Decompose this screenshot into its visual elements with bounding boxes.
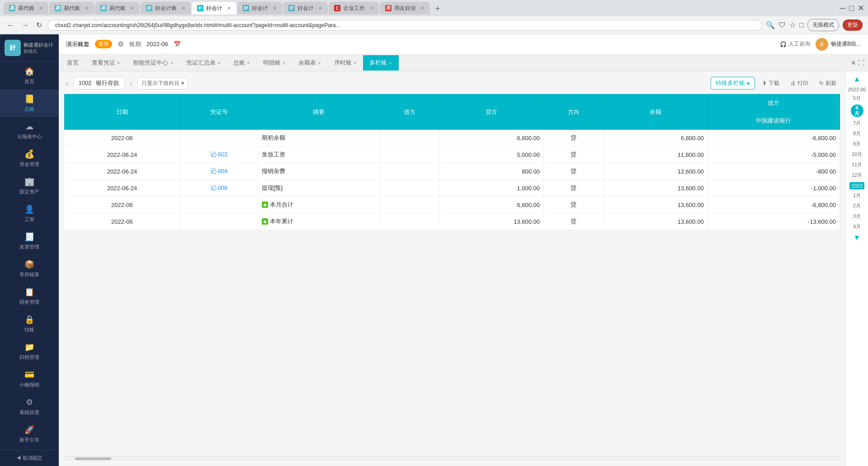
next-account-button[interactable]: › [128,78,134,89]
tab-multi-col[interactable]: 多栏账 × [363,55,398,71]
month-may[interactable]: 5月 [849,93,865,104]
month-dec[interactable]: 12月 [849,170,865,180]
maximize-btn[interactable]: □ [849,4,854,13]
month-jun[interactable]: 6月 [851,104,863,117]
tab-9-close[interactable]: ✕ [420,5,425,11]
account-selector[interactable]: 1002 银行存款 [74,77,125,89]
horizontal-scrollbar[interactable] [64,456,840,461]
browser-tab-5[interactable]: 好 好会计 ✕ [192,2,236,14]
expand-tab-button[interactable]: ⛶ [858,59,864,66]
browser-tab-3[interactable]: 易 易代账 ✕ [95,2,140,14]
browser-tab-2[interactable]: 易 易代账 ✕ [49,2,94,14]
tab-voucher[interactable]: 查看凭证 × [85,55,127,71]
tab-sequence-close[interactable]: × [354,60,356,66]
tab-3-close[interactable]: ✕ [130,5,134,11]
sidebar-item-guide[interactable]: 🚀 新手引导 [0,420,59,448]
refresh-button[interactable]: ↻ 刷新 [816,78,840,89]
scroll-up-icon[interactable]: ▲ [852,73,863,85]
scroll-down-icon[interactable]: ▼ [852,232,863,244]
tab-smart-voucher[interactable]: 智能凭证中心 × [127,55,179,71]
sidebar-item-payroll[interactable]: 👤 工资 [0,200,59,227]
reload-button[interactable]: ↻ [34,19,44,31]
sidebar-item-ledger[interactable]: 📒 总账 [0,89,59,117]
tab-voucher-summary[interactable]: 凭证汇总表 × [180,55,227,71]
minimize-btn[interactable]: ─ [840,4,845,13]
tab-4-close[interactable]: ✕ [181,5,185,11]
col-extra-header: 借方 [708,94,840,112]
month-sep[interactable]: 9月 [849,139,865,149]
star-icon[interactable]: ☆ [789,21,796,29]
print-button[interactable]: 🖨 打印 [787,78,812,89]
sidebar-footer[interactable]: ◀ 取消固定 [0,450,59,466]
sidebar-item-home[interactable]: 🏠 首页 [0,62,59,89]
address-input[interactable]: cloud2.chanjet.com/accounting/uh26t264j5… [47,20,762,31]
browser-tab-6[interactable]: 好 好会计 ✕ [237,2,282,14]
month-feb[interactable]: 2月 [849,201,865,211]
month-jul[interactable]: 7月 [849,118,865,128]
tab-5-close[interactable]: ✕ [227,5,231,11]
tab-2-close[interactable]: ✕ [85,5,89,11]
tab-8-close[interactable]: ✕ [369,5,373,11]
tab-1-close[interactable]: ✕ [39,5,43,11]
tab-voucher-close[interactable]: × [117,60,120,66]
calendar-icon[interactable]: 📅 [174,41,181,47]
tab-ledger-close[interactable]: × [247,60,250,66]
close-tab-panel-button[interactable]: ✕ [851,59,856,66]
browser-tab-9[interactable]: 用 用友好业 ✕ [380,2,430,14]
tab-home[interactable]: 首页 [61,55,85,71]
sidebar-item-fund[interactable]: 💰 资金管理 [0,145,59,172]
browser-tab-8[interactable]: C 企业工作 ✕ [329,2,379,14]
sidebar-item-fixed-asset[interactable]: 🏢 固定资产 [0,172,59,200]
tab-6-close[interactable]: ✕ [273,5,277,11]
user-info[interactable]: B 畅捷通B组... [816,38,861,51]
sidebar-item-settings[interactable]: ⚙ 基础设置 [0,393,59,420]
month-apr[interactable]: 4月 [849,221,865,232]
tab-summary-close[interactable]: × [217,60,220,66]
tab-multi-close[interactable]: × [389,60,392,66]
scrollbar-thumb-h[interactable] [75,457,111,460]
tab-detail[interactable]: 明细账 × [257,55,292,71]
tab-balance[interactable]: 余额表 × [292,55,327,71]
tab-smart-close[interactable]: × [170,60,173,66]
cell-direction: 贷 [544,197,604,213]
sidebar-item-period-end[interactable]: 🔒 结账 [0,310,59,338]
month-jan[interactable]: 1月 [849,190,865,201]
tab-sequence[interactable]: 序时账 × [328,55,363,71]
cell-voucher[interactable]: 记-002 [180,146,258,163]
sidebar-item-expense[interactable]: 💳 小畅报销 [0,365,59,393]
extension-icon[interactable]: □ [799,21,804,29]
tab-balance-close[interactable]: × [318,60,321,66]
month-mar[interactable]: 3月 [849,211,865,221]
browser-tab-1[interactable]: 易 易代账 ✕ [4,2,48,14]
prev-account-button[interactable]: ‹ [64,78,70,89]
cell-voucher[interactable]: 记-006 [180,180,258,197]
gear-button[interactable]: ⚙ [118,40,124,48]
search-icon[interactable]: 🔍 [766,21,775,29]
sidebar-item-invoice[interactable]: 🧾 发票管理 [0,227,59,255]
sidebar-item-cloud-report[interactable]: ☁ 云报表中心 [0,117,59,145]
browser-tab-4[interactable]: 好 好会计账 ✕ [141,2,191,14]
month-nov[interactable]: 11月 [849,160,865,170]
sidebar-item-tax[interactable]: 📋 税务管理 [0,282,59,310]
sidebar-item-inventory[interactable]: 📦 库存核算 [0,255,59,282]
multi-col-type-button[interactable]: 特殊多栏账 ▾ [711,77,755,89]
cell-voucher[interactable]: 记-004 [180,163,258,180]
month-aug[interactable]: 8月 [849,128,865,139]
download-button[interactable]: ⬇ 下载 [759,78,783,89]
sidebar-item-archive[interactable]: 📁 归档管理 [0,338,59,365]
new-tab-button[interactable]: ＋ [431,3,444,14]
forward-button[interactable]: → [20,19,31,31]
update-button[interactable]: 更新 [843,19,863,31]
close-window-btn[interactable]: ✕ [858,3,864,13]
sidebar-label-archive: 归档管理 [19,354,39,361]
browser-tab-7[interactable]: 好 好会计 ✕ [283,2,328,14]
month-oct[interactable]: 10月 [849,149,865,160]
col-date: 日期 [65,94,180,130]
tab-7-close[interactable]: ✕ [318,5,322,11]
tab-ledger[interactable]: 总账 × [227,55,256,71]
back-button[interactable]: ← [5,19,16,31]
filter-select[interactable]: 只显示下级科目 ▾ [137,77,188,89]
stealth-mode-button[interactable]: 无痕模式 [807,19,839,31]
tab-detail-close[interactable]: × [283,60,285,66]
service-button[interactable]: 🎧 人工咨询 [780,40,810,48]
